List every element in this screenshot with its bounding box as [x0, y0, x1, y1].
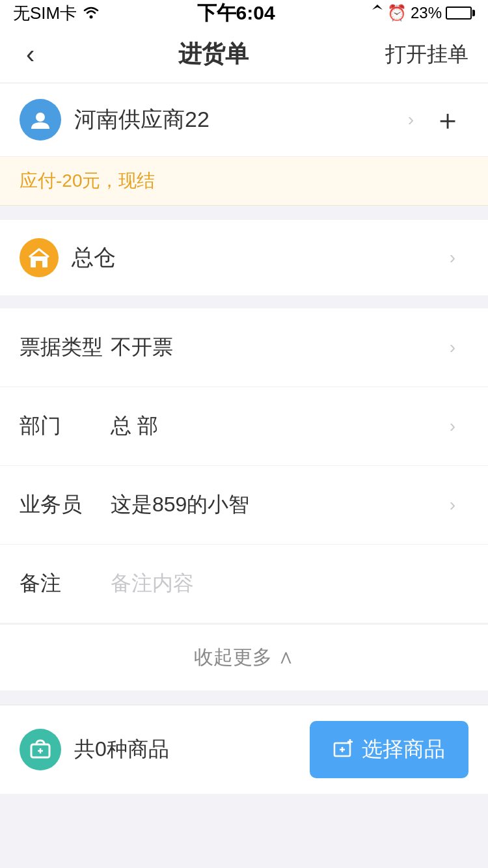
department-chevron-icon: ›: [450, 416, 455, 437]
department-row[interactable]: 部门 总 部 ›: [0, 387, 488, 466]
wifi-icon: [82, 3, 100, 23]
carrier-text: 无SIM卡: [13, 2, 77, 25]
salesperson-label: 业务员: [20, 491, 111, 519]
location-icon: [372, 4, 383, 22]
svg-rect-3: [36, 261, 42, 267]
supplier-avatar: [20, 99, 61, 141]
spacer-2: [0, 295, 488, 308]
main-content: 河南供应商22 › ＋ 应付-20元，现结 总仓 › 票据类型 不开票 ›: [0, 83, 488, 868]
warehouse-icon: [20, 238, 59, 277]
svg-point-1: [36, 113, 45, 122]
open-pending-button[interactable]: 打开挂单: [385, 40, 468, 69]
department-label: 部门: [20, 412, 111, 441]
invoice-type-label: 票据类型: [20, 333, 111, 362]
status-time: 下午6:04: [197, 0, 275, 27]
remarks-input[interactable]: 备注内容: [111, 569, 468, 598]
salesperson-chevron-icon: ›: [450, 495, 455, 515]
status-bar: 无SIM卡 下午6:04 ⏰ 23%: [0, 0, 488, 26]
department-value: 总 部: [111, 412, 450, 441]
notice-banner: 应付-20元，现结: [0, 157, 488, 206]
remarks-row[interactable]: 备注 备注内容: [0, 545, 488, 623]
invoice-type-row[interactable]: 票据类型 不开票 ›: [0, 308, 488, 387]
supplier-row[interactable]: 河南供应商22 › ＋: [0, 83, 488, 157]
select-product-label: 选择商品: [362, 735, 445, 764]
spacer-1: [0, 207, 488, 220]
warehouse-name: 总仓: [72, 243, 450, 273]
page-title: 进货单: [178, 38, 249, 70]
svg-point-0: [90, 15, 93, 18]
alarm-icon: ⏰: [387, 4, 407, 22]
invoice-type-chevron-icon: ›: [450, 337, 455, 358]
add-supplier-button[interactable]: ＋: [427, 101, 468, 139]
battery-icon: [446, 7, 475, 20]
salesperson-value: 这是859的小智: [111, 491, 450, 519]
remarks-label: 备注: [20, 569, 111, 598]
supplier-chevron-icon: ›: [408, 109, 414, 130]
product-count-text: 共0种商品: [74, 735, 310, 764]
spacer-3: [0, 690, 488, 703]
battery-percent: 23%: [411, 4, 442, 22]
nav-bar: ‹ 进货单 打开挂单: [0, 26, 488, 83]
collapse-button[interactable]: 收起更多 ∧: [0, 624, 488, 690]
status-right: ⏰ 23%: [372, 4, 475, 22]
invoice-type-value: 不开票: [111, 333, 450, 362]
back-button[interactable]: ‹: [20, 33, 41, 75]
form-section: 票据类型 不开票 › 部门 总 部 › 业务员 这是859的小智 › 备注 备注…: [0, 308, 488, 623]
supplier-card: 河南供应商22 › ＋ 应付-20元，现结: [0, 83, 488, 206]
warehouse-chevron-icon: ›: [450, 247, 455, 268]
page-background: [0, 794, 488, 868]
bottom-bar: 共0种商品 选择商品: [0, 705, 488, 794]
notice-text: 应付-20元，现结: [20, 170, 155, 191]
warehouse-row[interactable]: 总仓 ›: [0, 220, 488, 295]
salesperson-row[interactable]: 业务员 这是859的小智 ›: [0, 466, 488, 545]
select-product-button[interactable]: 选择商品: [310, 721, 468, 778]
product-icon: [20, 729, 61, 770]
supplier-name: 河南供应商22: [74, 105, 408, 135]
collapse-label: 收起更多 ∧: [194, 646, 293, 668]
status-left: 无SIM卡: [13, 2, 100, 25]
